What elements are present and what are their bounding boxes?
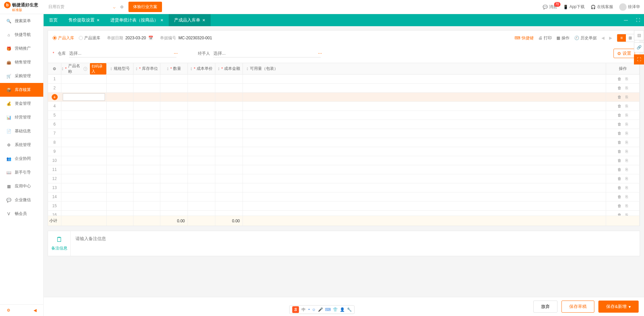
copy-icon[interactable]: ⎘ bbox=[626, 104, 628, 108]
delete-icon[interactable]: 🗑 bbox=[618, 131, 622, 136]
cell-qty[interactable] bbox=[160, 165, 188, 174]
save-new-button[interactable]: 保存&新增 ▾ bbox=[598, 301, 639, 313]
cell-unit[interactable] bbox=[133, 211, 160, 216]
tab-3[interactable]: 产成品入库单✕ bbox=[169, 14, 211, 26]
grid-row-8[interactable]: 8 🗑 ⎘ bbox=[48, 138, 640, 147]
sidebar-item-7[interactable]: 📊经营管理 bbox=[0, 110, 43, 124]
delete-icon[interactable]: 🗑 bbox=[618, 122, 622, 127]
handler-picker-icon[interactable]: ⋯ bbox=[318, 51, 322, 56]
cell-name[interactable] bbox=[61, 138, 107, 147]
tab-1[interactable]: 售价提取设置✕ bbox=[63, 14, 105, 26]
ime-icon[interactable]: 👤 bbox=[340, 307, 345, 312]
download-link[interactable]: 📱 App下载 bbox=[563, 4, 585, 10]
cell-unit[interactable] bbox=[133, 174, 160, 183]
remark-input[interactable] bbox=[71, 231, 640, 256]
cell-amount[interactable] bbox=[215, 192, 243, 201]
cell-unit[interactable] bbox=[133, 84, 160, 92]
tab-expand-icon[interactable]: ⛶ bbox=[632, 14, 644, 26]
cell-amount[interactable] bbox=[215, 183, 243, 192]
cell-spec[interactable] bbox=[107, 201, 133, 210]
delete-icon[interactable]: 🗑 bbox=[618, 86, 622, 90]
cell-name[interactable] bbox=[61, 156, 107, 165]
grid-row-16[interactable]: 16 🗑 ⎘ bbox=[48, 211, 640, 216]
ime-icon[interactable]: ☺ bbox=[312, 307, 316, 312]
cell-avail[interactable] bbox=[243, 183, 606, 192]
grid-row-3[interactable]: + 🗑 ⎘ bbox=[48, 93, 640, 102]
cell-amount[interactable] bbox=[215, 211, 243, 216]
collapse-icon[interactable]: ◀ bbox=[34, 308, 37, 313]
ime-icon[interactable]: 👕 bbox=[333, 307, 338, 312]
add-row-icon[interactable]: + bbox=[52, 94, 58, 100]
cell-unit[interactable] bbox=[133, 201, 160, 210]
delete-icon[interactable]: 🗑 bbox=[618, 185, 622, 190]
sidebar-item-13[interactable]: 💬企业微信 bbox=[0, 193, 43, 207]
copy-icon[interactable]: ⎘ bbox=[626, 149, 628, 154]
prev-icon[interactable]: ◀ bbox=[601, 36, 604, 40]
cell-qty[interactable] bbox=[160, 102, 188, 110]
copy-icon[interactable]: ⎘ bbox=[626, 131, 628, 136]
cell-price[interactable] bbox=[188, 84, 215, 92]
cell-amount[interactable] bbox=[215, 75, 243, 83]
cell-qty[interactable] bbox=[160, 183, 188, 192]
cell-qty[interactable] bbox=[160, 75, 188, 83]
cell-name[interactable] bbox=[61, 102, 107, 110]
warehouse-picker-icon[interactable]: ⋯ bbox=[174, 51, 178, 56]
ime-mode[interactable]: 中 bbox=[302, 307, 306, 313]
side-tool-2[interactable]: 🔗 bbox=[634, 42, 644, 52]
cell-qty[interactable] bbox=[160, 192, 188, 201]
cell-amount[interactable] bbox=[215, 174, 243, 183]
tab-2[interactable]: 进货单统计表（按商品）✕ bbox=[105, 14, 169, 26]
close-icon[interactable]: ✕ bbox=[202, 18, 205, 22]
cell-qty[interactable] bbox=[160, 111, 188, 120]
cell-price[interactable] bbox=[188, 120, 215, 129]
cell-name[interactable] bbox=[61, 111, 107, 120]
cell-name[interactable] bbox=[61, 147, 107, 156]
grid-row-11[interactable]: 11 🗑 ⎘ bbox=[48, 165, 640, 174]
cell-avail[interactable] bbox=[243, 75, 606, 83]
cell-amount[interactable] bbox=[215, 111, 243, 120]
tab-0[interactable]: 首页 bbox=[44, 14, 63, 26]
cell-name[interactable] bbox=[61, 192, 107, 201]
sidebar-item-12[interactable]: ▦应用中心 bbox=[0, 179, 43, 193]
cell-avail[interactable] bbox=[243, 120, 606, 129]
delete-icon[interactable]: 🗑 bbox=[618, 176, 622, 181]
cell-unit[interactable] bbox=[133, 102, 160, 110]
cell-name[interactable] bbox=[61, 93, 107, 101]
grid-row-14[interactable]: 14 🗑 ⎘ bbox=[48, 192, 640, 201]
grid-settings-button[interactable]: ⚙ 设置 bbox=[613, 49, 635, 58]
cell-price[interactable] bbox=[188, 192, 215, 201]
cell-name[interactable] bbox=[61, 201, 107, 210]
col-amount[interactable]: ▲▼ *成本金额 bbox=[215, 63, 243, 74]
cell-name[interactable] bbox=[61, 84, 107, 92]
cell-price[interactable] bbox=[188, 201, 215, 210]
cell-spec[interactable] bbox=[107, 174, 133, 183]
ime-icon[interactable]: • bbox=[308, 307, 310, 312]
delete-icon[interactable]: 🗑 bbox=[618, 213, 622, 216]
cell-qty[interactable] bbox=[160, 93, 188, 101]
history-link[interactable]: 🕘 历史单据 bbox=[574, 35, 597, 41]
cell-unit[interactable] bbox=[133, 93, 160, 101]
col-spec[interactable]: ▲▼ 规格型号 bbox=[107, 63, 133, 74]
cell-avail[interactable] bbox=[243, 147, 606, 156]
delete-icon[interactable]: 🗑 bbox=[618, 194, 622, 199]
delete-icon[interactable]: 🗑 bbox=[618, 140, 622, 145]
grid-row-1[interactable]: 1 🗑 ⎘ bbox=[48, 75, 640, 84]
cell-spec[interactable] bbox=[107, 75, 133, 83]
cell-avail[interactable] bbox=[243, 93, 606, 101]
copy-icon[interactable]: ⎘ bbox=[626, 140, 628, 145]
cell-unit[interactable] bbox=[133, 165, 160, 174]
cell-price[interactable] bbox=[188, 93, 215, 101]
delete-icon[interactable]: 🗑 bbox=[618, 104, 622, 108]
cell-qty[interactable] bbox=[160, 174, 188, 183]
sidebar-item-10[interactable]: 👥企业协同 bbox=[0, 152, 43, 166]
cell-unit[interactable] bbox=[133, 183, 160, 192]
cell-avail[interactable] bbox=[243, 156, 606, 165]
cell-unit[interactable] bbox=[133, 111, 160, 120]
cell-amount[interactable] bbox=[215, 201, 243, 210]
sogou-icon[interactable]: S bbox=[292, 306, 299, 313]
grid-row-12[interactable]: 12 🗑 ⎘ bbox=[48, 174, 640, 183]
sidebar-item-6[interactable]: 💰资金管理 bbox=[0, 97, 43, 110]
cell-price[interactable] bbox=[188, 111, 215, 120]
ime-icon[interactable]: 🎤 bbox=[318, 307, 323, 312]
cell-name[interactable] bbox=[61, 75, 107, 83]
